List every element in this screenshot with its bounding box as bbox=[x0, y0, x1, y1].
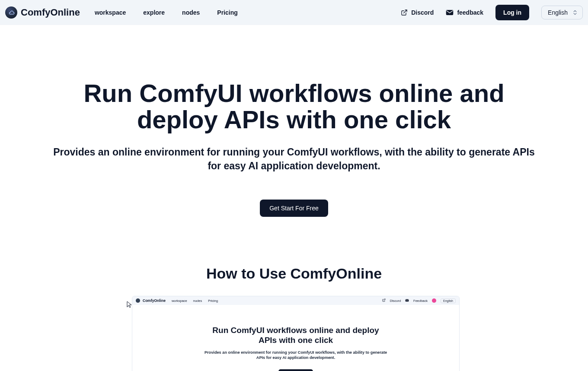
preview-discord-label: Discord bbox=[390, 299, 401, 303]
preview-subtitle: Provides an online environment for runni… bbox=[203, 350, 389, 361]
video-preview[interactable]: ComfyOnline workspace nodes Pricing Disc… bbox=[128, 296, 460, 371]
preview-hero: Run ComfyUI workflows online and deploy … bbox=[132, 305, 459, 371]
preview-avatar-icon bbox=[432, 298, 436, 303]
preview-cta: Get Start For Free bbox=[278, 369, 313, 371]
hero-section: Run ComfyUI workflows online and deploy … bbox=[0, 25, 588, 217]
preview-logo-icon bbox=[136, 298, 140, 303]
discord-link[interactable]: Discord bbox=[401, 9, 434, 16]
preview-language: English bbox=[441, 298, 456, 303]
preview-header-right: Discord Feedback English bbox=[382, 298, 456, 303]
brand[interactable]: ComfyOnline bbox=[5, 6, 80, 19]
hero-title: Run ComfyUI workflows online and deploy … bbox=[74, 80, 514, 133]
main-nav: workspace explore nodes Pricing bbox=[95, 9, 238, 16]
preview-title: Run ComfyUI workflows online and deploy … bbox=[205, 326, 387, 346]
external-link-icon bbox=[401, 9, 408, 16]
svg-line-2 bbox=[383, 299, 385, 301]
howto-section: How to Use ComfyOnline ComfyOnline works… bbox=[0, 265, 588, 371]
get-started-button[interactable]: Get Start For Free bbox=[260, 200, 328, 217]
logo-icon bbox=[5, 6, 17, 19]
mail-icon bbox=[446, 9, 454, 16]
brand-text: ComfyOnline bbox=[21, 7, 80, 18]
preview-nav: workspace nodes Pricing bbox=[172, 299, 218, 303]
cursor-icon bbox=[128, 296, 132, 371]
nav-nodes[interactable]: nodes bbox=[182, 9, 200, 16]
preview-external-link-icon bbox=[382, 298, 386, 303]
preview-header: ComfyOnline workspace nodes Pricing Disc… bbox=[132, 296, 459, 305]
language-label: English bbox=[548, 9, 568, 16]
chevrons-up-down-icon bbox=[572, 10, 578, 16]
preview-nav-workspace: workspace bbox=[172, 299, 187, 303]
top-header: ComfyOnline workspace explore nodes Pric… bbox=[0, 0, 588, 25]
preview-mail-icon bbox=[405, 299, 409, 303]
preview-brand: ComfyOnline bbox=[143, 298, 166, 303]
login-button[interactable]: Log in bbox=[495, 5, 529, 20]
language-select[interactable]: English bbox=[541, 6, 583, 19]
svg-line-0 bbox=[404, 10, 407, 13]
discord-label: Discord bbox=[411, 9, 434, 16]
preview-feedback-label: Feedback bbox=[413, 299, 428, 303]
nav-explore[interactable]: explore bbox=[143, 9, 165, 16]
howto-heading: How to Use ComfyOnline bbox=[0, 265, 588, 282]
feedback-label: feedback bbox=[457, 9, 483, 16]
nav-workspace[interactable]: workspace bbox=[95, 9, 126, 16]
feedback-link[interactable]: feedback bbox=[446, 9, 483, 16]
nav-pricing[interactable]: Pricing bbox=[217, 9, 237, 16]
preview-frame: ComfyOnline workspace nodes Pricing Disc… bbox=[132, 296, 460, 371]
preview-nav-pricing: Pricing bbox=[208, 299, 218, 303]
hero-subtitle: Provides an online environment for runni… bbox=[52, 145, 536, 173]
preview-nav-nodes: nodes bbox=[193, 299, 202, 303]
header-actions: Discord feedback Log in English bbox=[401, 5, 583, 20]
